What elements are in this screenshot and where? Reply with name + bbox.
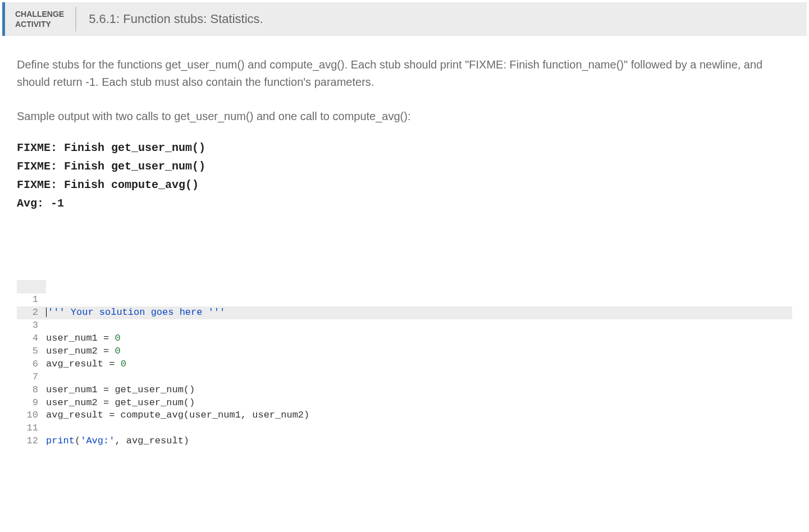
code-text[interactable]: user_num2 = get_user_num() (46, 397, 792, 410)
code-line[interactable]: 1 (17, 293, 792, 306)
code-text[interactable] (46, 371, 792, 384)
gutter-topfill (17, 280, 46, 293)
challenge-label-line1: CHALLENGE (15, 9, 64, 19)
code-text[interactable]: avg_result = 0 (46, 358, 792, 371)
line-number: 8 (17, 384, 46, 397)
line-number: 4 (17, 332, 46, 345)
line-number: 1 (17, 293, 46, 306)
code-line[interactable]: 6avg_result = 0 (17, 358, 792, 371)
code-text[interactable] (46, 319, 792, 332)
code-line[interactable]: 5user_num2 = 0 (17, 345, 792, 358)
code-text[interactable]: ''' Your solution goes here ''' (46, 306, 792, 319)
line-number: 5 (17, 345, 46, 358)
description-para1: Define stubs for the functions get_user_… (17, 56, 792, 91)
challenge-title: 5.6.1: Function stubs: Statistics. (89, 12, 263, 26)
code-line[interactable]: 11 (17, 422, 792, 435)
code-text[interactable]: user_num1 = get_user_num() (46, 384, 792, 397)
code-line[interactable]: 10avg_result = compute_avg(user_num1, us… (17, 409, 792, 422)
line-number: 7 (17, 371, 46, 384)
code-text[interactable]: user_num2 = 0 (46, 345, 792, 358)
code-text[interactable]: user_num1 = 0 (46, 332, 792, 345)
code-text[interactable]: avg_result = compute_avg(user_num1, user… (46, 409, 792, 422)
code-text[interactable]: print('Avg:', avg_result) (46, 435, 792, 448)
line-number: 2 (17, 306, 46, 319)
challenge-label-line2: ACTIVITY (15, 19, 64, 29)
code-text[interactable] (46, 422, 792, 435)
code-line[interactable]: 8user_num1 = get_user_num() (17, 384, 792, 397)
code-line[interactable]: 9user_num2 = get_user_num() (17, 397, 792, 410)
description-para2: Sample output with two calls to get_user… (17, 108, 792, 125)
code-editor[interactable]: 12''' Your solution goes here '''34user_… (17, 280, 792, 448)
code-line[interactable]: 2''' Your solution goes here ''' (17, 306, 792, 319)
problem-description: Define stubs for the functions get_user_… (0, 36, 809, 218)
line-number: 12 (17, 435, 46, 448)
challenge-header: CHALLENGE ACTIVITY 5.6.1: Function stubs… (2, 2, 807, 36)
code-line[interactable]: 7 (17, 371, 792, 384)
line-number: 6 (17, 358, 46, 371)
code-line[interactable]: 12print('Avg:', avg_result) (17, 435, 792, 448)
line-number: 3 (17, 319, 46, 332)
code-line[interactable]: 4user_num1 = 0 (17, 332, 792, 345)
line-number: 10 (17, 409, 46, 422)
line-number: 9 (17, 397, 46, 410)
code-text[interactable] (46, 293, 792, 306)
challenge-label: CHALLENGE ACTIVITY (5, 7, 76, 31)
line-number: 11 (17, 422, 46, 435)
code-line[interactable]: 3 (17, 319, 792, 332)
caret-icon (46, 308, 47, 317)
sample-output: FIXME: Finish get_user_num() FIXME: Fini… (17, 139, 792, 213)
